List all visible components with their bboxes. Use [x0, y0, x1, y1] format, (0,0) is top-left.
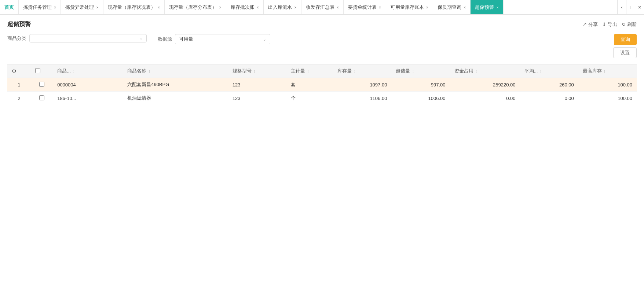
table-header-row: ⚙ 商品... ↕ 商品名称 ↕ 规格型号 ↕ 主计量	[7, 64, 637, 78]
top-navigation: 首页拣货任务管理×拣货异常处理×现存量（库存状况表）×现存量（库存分布表）×库存…	[0, 0, 644, 15]
nav-tab-task[interactable]: 拣货任务管理×	[19, 0, 61, 14]
th-spec-label: 规格型号	[233, 68, 252, 74]
datasource-value: 可用量	[179, 36, 193, 42]
close-tab-batch-icon[interactable]: ×	[257, 5, 259, 10]
cell-checkbox-0[interactable]	[31, 78, 53, 92]
nav-prev-button[interactable]: ‹	[618, 0, 626, 14]
share-action[interactable]: ↗ 分享	[583, 21, 598, 28]
th-unit-label: 主计量	[291, 68, 305, 74]
close-tab-quality-icon[interactable]: ×	[464, 5, 466, 10]
category-filter: 商品分类 ⌄	[7, 34, 147, 42]
th-avg-label: 平均...	[524, 68, 538, 74]
close-tab-exception-icon[interactable]: ×	[96, 5, 98, 10]
close-tab-collect-icon[interactable]: ×	[337, 5, 339, 10]
sort-over-icon: ↕	[412, 69, 414, 73]
cell-stock-1: 1106.00	[333, 92, 391, 105]
page-header: 超储预警 ↗ 分享 ⇓ 导出 ↻ 刷新	[7, 21, 637, 28]
overstock-table: ⚙ 商品... ↕ 商品名称 ↕ 规格型号 ↕ 主计量	[7, 64, 637, 105]
nav-tab-batch[interactable]: 库存批次账×	[226, 0, 264, 14]
cell-name-1: 机油滤清器	[123, 92, 228, 105]
sort-capital-icon: ↕	[475, 69, 477, 73]
cell-stock-0: 1097.00	[333, 78, 391, 92]
th-name-label: 商品名称	[127, 68, 146, 74]
sort-name-icon: ↕	[149, 69, 150, 73]
nav-tab-available[interactable]: 可用量库存账本×	[386, 0, 433, 14]
cell-unit-1: 个	[286, 92, 333, 105]
category-chevron-icon: ⌄	[139, 36, 143, 41]
th-unit[interactable]: 主计量 ↕	[286, 64, 333, 78]
row-checkbox-0[interactable]	[39, 82, 44, 87]
nav-tab-inventory-status[interactable]: 现存量（库存状况表）×	[103, 0, 165, 14]
page-content: 超储预警 ↗ 分享 ⇓ 导出 ↻ 刷新 商品分类 ⌄ 数据源	[0, 15, 644, 293]
th-settings[interactable]: ⚙	[7, 64, 31, 78]
nav-arrow-controls: ‹ › ✕	[617, 0, 644, 14]
datasource-select[interactable]: 可用量 ⌄	[175, 34, 270, 44]
cell-capital-1: 0.00	[450, 92, 520, 105]
nav-next-button[interactable]: ›	[626, 0, 635, 14]
nav-tab-exception[interactable]: 拣货异常处理×	[61, 0, 103, 14]
nav-close-all-button[interactable]: ✕	[635, 0, 644, 14]
cell-checkbox-1[interactable]	[31, 92, 53, 105]
sort-unit-icon: ↕	[307, 69, 309, 73]
close-tab-overstock-icon[interactable]: ×	[496, 5, 498, 10]
nav-tab-inout[interactable]: 出入库流水×	[264, 0, 301, 14]
nav-tab-quality[interactable]: 保质期查询×	[433, 0, 471, 14]
cell-spec-0: 123	[228, 78, 286, 92]
export-icon: ⇓	[602, 22, 606, 27]
cell-unit-0: 套	[286, 78, 333, 92]
export-action[interactable]: ⇓ 导出	[602, 21, 617, 28]
close-tab-order-stat-icon[interactable]: ×	[379, 5, 381, 10]
th-over-label: 超储量	[396, 68, 410, 74]
nav-tab-overstock[interactable]: 超储预警×	[471, 0, 503, 14]
select-all-checkbox[interactable]	[35, 68, 40, 73]
nav-tab-home[interactable]: 首页	[0, 0, 19, 14]
sort-code-icon: ↕	[73, 69, 75, 73]
category-label: 商品分类	[7, 35, 26, 42]
close-tab-available-icon[interactable]: ×	[426, 5, 428, 10]
export-label: 导出	[608, 21, 617, 28]
sort-stock-icon: ↕	[354, 69, 356, 73]
cell-over-1: 1006.00	[391, 92, 450, 105]
cell-spec-1: 123	[228, 92, 286, 105]
close-tab-inventory-status-icon[interactable]: ×	[158, 5, 160, 10]
th-max[interactable]: 最高库存 ↕	[578, 64, 637, 78]
close-tab-inout-icon[interactable]: ×	[294, 5, 296, 10]
refresh-label: 刷新	[627, 21, 637, 28]
row-checkbox-1[interactable]	[39, 95, 44, 100]
header-actions: ↗ 分享 ⇓ 导出 ↻ 刷新	[583, 21, 637, 28]
datasource-filter: 数据源 可用量 ⌄	[158, 34, 270, 44]
settings-button[interactable]: 设置	[613, 47, 637, 58]
nav-tabs: 首页拣货任务管理×拣货异常处理×现存量（库存状况表）×现存量（库存分布表）×库存…	[0, 0, 617, 14]
category-select[interactable]: ⌄	[29, 34, 147, 42]
cell-code-0: 0000004	[53, 78, 123, 92]
cell-name-0: 六配套新昌490BPG	[123, 78, 228, 92]
sort-spec-icon: ↕	[253, 69, 255, 73]
cell-avg-0: 260.00	[520, 78, 578, 92]
cell-over-0: 997.00	[391, 78, 450, 92]
nav-tab-inventory-dist[interactable]: 现存量（库存分布表）×	[165, 0, 226, 14]
close-tab-task-icon[interactable]: ×	[54, 5, 56, 10]
query-button[interactable]: 查询	[614, 34, 637, 45]
nav-tab-collect[interactable]: 收发存汇总表×	[301, 0, 344, 14]
cell-max-1: 100.00	[578, 92, 637, 105]
th-avg[interactable]: 平均... ↕	[520, 64, 578, 78]
th-code-label: 商品...	[57, 68, 71, 74]
table-row: 1 0000004 六配套新昌490BPG 123 套 1097.00 997.…	[7, 78, 637, 92]
refresh-action[interactable]: ↻ 刷新	[622, 21, 637, 28]
th-capital[interactable]: 资金占用 ↕	[450, 64, 520, 78]
nav-tab-order-stat[interactable]: 要货单统计表×	[344, 0, 386, 14]
th-stock-label: 库存量	[337, 68, 352, 74]
datasource-chevron-icon: ⌄	[263, 37, 266, 42]
th-spec[interactable]: 规格型号 ↕	[228, 64, 286, 78]
th-name[interactable]: 商品名称 ↕	[123, 64, 228, 78]
close-tab-inventory-dist-icon[interactable]: ×	[219, 5, 221, 10]
th-checkbox[interactable]	[31, 64, 53, 78]
cell-max-0: 100.00	[578, 78, 637, 92]
th-stock[interactable]: 库存量 ↕	[333, 64, 391, 78]
page-title: 超储预警	[7, 21, 31, 28]
th-code[interactable]: 商品... ↕	[53, 64, 123, 78]
cell-avg-1: 0.00	[520, 92, 578, 105]
gear-icon: ⚙	[12, 68, 17, 74]
cell-code-1: 186-10...	[53, 92, 123, 105]
th-over[interactable]: 超储量 ↕	[391, 64, 450, 78]
